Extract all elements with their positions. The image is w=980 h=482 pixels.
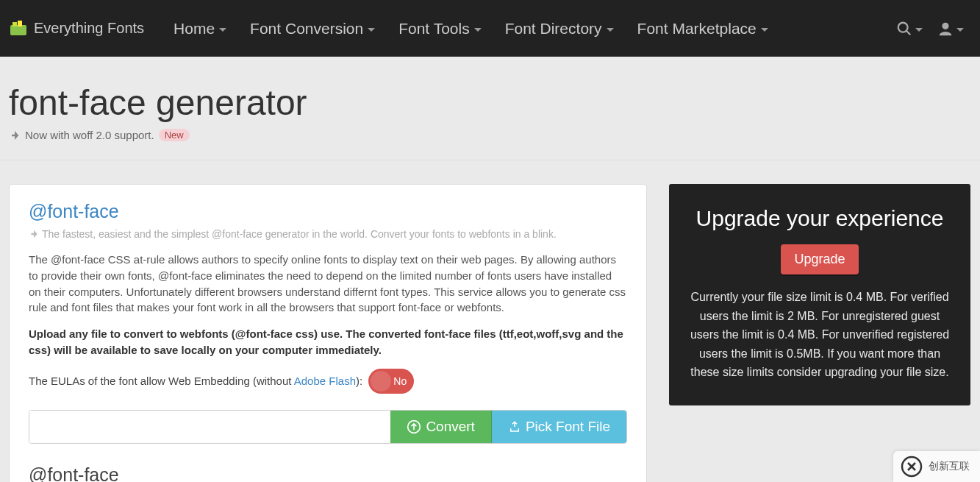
upgrade-button[interactable]: Upgrade	[781, 244, 858, 274]
svg-rect-2	[18, 21, 22, 26]
watermark[interactable]: 创新互联	[893, 451, 980, 482]
description-2: Upload any file to convert to webfonts (…	[29, 326, 627, 358]
user-icon	[937, 21, 954, 37]
brand-icon	[9, 21, 28, 37]
chevron-down-icon	[761, 28, 768, 32]
navbar: Everything Fonts Home Font Conversion Fo…	[0, 0, 980, 57]
file-input-row: Convert Pick Font File	[29, 410, 627, 444]
chevron-down-icon	[915, 28, 923, 32]
section-heading: @font-face	[29, 201, 627, 222]
hand-right-icon	[29, 229, 39, 239]
svg-point-5	[942, 22, 948, 29]
main-card: @font-face The fastest, easiest and the …	[9, 184, 647, 482]
upgrade-text: Currently your file size limit is 0.4 MB…	[690, 288, 950, 382]
search-icon	[896, 21, 912, 37]
watermark-icon	[901, 456, 923, 478]
upgrade-title: Upgrade your experience	[690, 206, 950, 231]
file-input[interactable]	[29, 411, 390, 443]
user-dropdown[interactable]	[930, 21, 971, 37]
hand-right-icon	[9, 130, 21, 141]
svg-point-3	[898, 22, 908, 32]
svg-rect-1	[12, 22, 17, 26]
svg-rect-0	[10, 25, 26, 35]
eula-row: The EULAs of the font allow Web Embeddin…	[29, 369, 627, 394]
chevron-down-icon	[956, 28, 964, 32]
upload-icon	[407, 419, 421, 434]
description-1: The @font-face CSS at-rule allows author…	[29, 252, 627, 316]
hero-subtitle: Now with woff 2.0 support. New	[9, 129, 971, 141]
section-heading-2: @font-face	[29, 464, 627, 483]
tagline: The fastest, easiest and the simplest @f…	[29, 228, 627, 240]
watermark-text: 创新互联	[929, 460, 970, 473]
chevron-down-icon	[607, 28, 614, 32]
svg-line-4	[906, 30, 911, 35]
brand-text: Everything Fonts	[34, 20, 144, 37]
adobe-flash-link[interactable]: Adobe Flash	[294, 375, 356, 387]
hero: font-face generator Now with woff 2.0 su…	[0, 57, 980, 160]
nav-font-directory[interactable]: Font Directory	[493, 20, 626, 38]
eula-text-post: ):	[356, 375, 362, 387]
nav-font-marketplace[interactable]: Font Marketplace	[626, 20, 780, 38]
nav-font-conversion[interactable]: Font Conversion	[238, 20, 387, 38]
eula-toggle[interactable]: No	[368, 369, 414, 394]
page-title: font-face generator	[9, 82, 971, 123]
chevron-down-icon	[368, 28, 375, 32]
search-dropdown[interactable]	[889, 21, 930, 37]
new-badge: New	[159, 129, 190, 141]
chevron-down-icon	[474, 28, 482, 32]
chevron-down-icon	[219, 28, 226, 32]
convert-button[interactable]: Convert	[390, 411, 492, 443]
nav-font-tools[interactable]: Font Tools	[387, 20, 493, 38]
nav-home[interactable]: Home	[162, 20, 238, 38]
upgrade-card: Upgrade your experience Upgrade Currentl…	[669, 184, 970, 405]
hand-up-icon	[508, 420, 521, 433]
pick-font-button[interactable]: Pick Font File	[492, 411, 626, 443]
content-container: @font-face The fastest, easiest and the …	[0, 160, 980, 482]
toggle-knob	[371, 371, 391, 391]
eula-text-pre: The EULAs of the font allow Web Embeddin…	[29, 375, 294, 387]
brand-link[interactable]: Everything Fonts	[9, 20, 144, 37]
